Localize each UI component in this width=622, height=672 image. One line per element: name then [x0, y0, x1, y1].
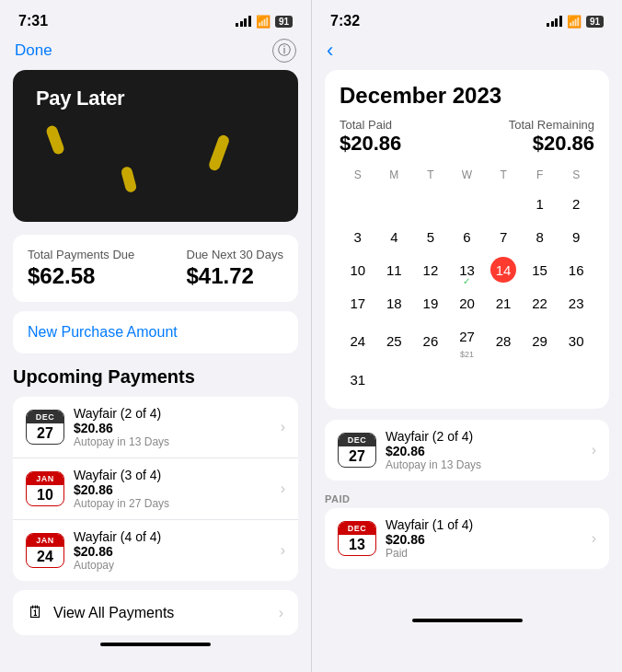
payment-name-right-paid: Wayfair (1 of 4) — [386, 517, 588, 532]
payment-item[interactable]: JAN 24 Wayfair (4 of 4) $20.86 Autopay › — [13, 520, 298, 581]
top-nav-left: Done ⓘ — [0, 33, 311, 70]
day-num-16: 12 — [418, 257, 443, 283]
battery-left: 91 — [275, 16, 293, 28]
right-panel: 7:32 📶 91 ‹ December 2023 Total Paid $20… — [311, 0, 622, 672]
payment-sub-0: Autopay in 13 Days — [74, 435, 277, 448]
cal-cell-14[interactable]: 10 — [340, 253, 376, 286]
cal-cell-37 — [412, 363, 449, 396]
status-bar-left: 7:31 📶 91 — [0, 0, 311, 33]
payment-amount-2: $20.86 — [74, 544, 277, 559]
wifi-icon-left: 📶 — [256, 15, 271, 29]
payment-details-right-paid: Wayfair (1 of 4) $20.86 Paid — [386, 517, 588, 560]
cal-cell-26[interactable]: 22 — [522, 286, 559, 319]
day-num-32: 28 — [490, 329, 516, 354]
cal-cell-24[interactable]: 20 — [449, 286, 486, 319]
cal-cell-19[interactable]: 15 — [522, 253, 559, 286]
home-indicator-right — [412, 619, 523, 622]
date-badge-right-paid: DEC 13 — [338, 521, 376, 556]
day-num-35: 31 — [345, 366, 371, 392]
cal-cell-31[interactable]: 27$21 — [449, 319, 486, 363]
day-num-9: 5 — [418, 224, 443, 249]
date-month-2: JAN — [27, 534, 63, 547]
cal-cell-10[interactable]: 6 — [449, 220, 486, 253]
day-num-21: 17 — [345, 290, 371, 316]
cal-cell-22[interactable]: 18 — [376, 286, 413, 319]
day-num-13: 9 — [563, 224, 589, 249]
info-button[interactable]: ⓘ — [272, 39, 296, 63]
day-num-10: 6 — [454, 224, 479, 249]
cal-cell-34[interactable]: 30 — [558, 319, 594, 363]
cal-cell-18[interactable]: 14 — [485, 253, 522, 286]
total-paid-label: Total Paid — [340, 118, 401, 132]
payments-row: Total Payments Due $62.58 Due Next 30 Da… — [28, 248, 283, 289]
cal-cell-28[interactable]: 24 — [340, 319, 376, 363]
cal-cell-12[interactable]: 8 — [522, 220, 559, 253]
cal-cell-25[interactable]: 21 — [485, 286, 522, 319]
chevron-icon-2: › — [281, 542, 285, 559]
right-upcoming-section: DEC 27 Wayfair (2 of 4) $20.86 Autopay i… — [325, 420, 609, 481]
cal-cell-17[interactable]: 13 — [449, 253, 486, 286]
total-remaining-label: Total Remaining — [509, 118, 594, 132]
date-badge-right-upcoming: DEC 27 — [338, 433, 376, 468]
pay-later-card: Pay Later — [13, 70, 298, 222]
home-indicator-left — [100, 643, 211, 646]
cal-cell-8[interactable]: 4 — [376, 220, 413, 253]
chevron-icon-right-paid: › — [592, 530, 596, 547]
cal-cell-5[interactable]: 1 — [522, 187, 559, 220]
day-num-27: 23 — [563, 290, 589, 316]
payment-sub-2: Autopay — [74, 559, 277, 572]
cal-cell-9[interactable]: 5 — [412, 220, 449, 253]
day-num-28: 24 — [345, 329, 371, 354]
pill-decoration-1 — [45, 124, 65, 156]
cal-cell-35[interactable]: 31 — [340, 363, 376, 396]
right-paid-card: DEC 13 Wayfair (1 of 4) $20.86 Paid › — [325, 508, 609, 569]
cal-cell-6[interactable]: 2 — [558, 187, 594, 220]
cal-cell-7[interactable]: 3 — [340, 220, 376, 253]
cal-cell-40 — [522, 363, 559, 396]
chevron-icon-0: › — [281, 419, 285, 435]
day-num-19: 15 — [527, 257, 553, 283]
cal-cell-29[interactable]: 25 — [376, 319, 413, 363]
right-paid-item[interactable]: DEC 13 Wayfair (1 of 4) $20.86 Paid › — [325, 508, 609, 569]
date-month-0: DEC — [27, 411, 63, 423]
cal-cell-23[interactable]: 19 — [412, 286, 449, 319]
payment-sub-right-paid: Paid — [386, 547, 588, 560]
total-remaining-col: Total Remaining $20.86 — [509, 118, 594, 156]
payment-amount-0: $20.86 — [74, 421, 277, 435]
date-day-1: 10 — [27, 485, 63, 505]
right-payment-item[interactable]: DEC 27 Wayfair (2 of 4) $20.86 Autopay i… — [325, 420, 609, 481]
due-next-amount: $41.72 — [187, 263, 254, 288]
back-button[interactable]: ‹ — [327, 39, 333, 62]
cal-day-name-5: F — [522, 167, 559, 183]
chevron-icon-right-upcoming: › — [592, 442, 596, 458]
upcoming-title: Upcoming Payments — [13, 366, 298, 388]
calendar-grid: SMTWTFS 12345678910111213141516171819202… — [340, 167, 594, 396]
day-num-22: 18 — [381, 290, 407, 316]
cal-cell-15[interactable]: 11 — [376, 253, 413, 286]
cal-cell-13[interactable]: 9 — [558, 220, 594, 253]
date-day-right-upcoming: 27 — [339, 446, 375, 467]
done-button[interactable]: Done — [15, 41, 52, 60]
new-purchase-section[interactable]: New Purchase Amount — [13, 311, 298, 353]
payment-item[interactable]: JAN 10 Wayfair (3 of 4) $20.86 Autopay i… — [13, 458, 298, 520]
chevron-icon-1: › — [281, 481, 285, 497]
cal-cell-33[interactable]: 29 — [522, 319, 559, 363]
cal-cell-30[interactable]: 26 — [412, 319, 449, 363]
cal-cell-0 — [340, 187, 376, 220]
upcoming-section: Upcoming Payments DEC 27 Wayfair (2 of 4… — [13, 366, 298, 581]
payment-item[interactable]: DEC 27 Wayfair (2 of 4) $20.86 Autopay i… — [13, 397, 298, 458]
cal-day-name-6: S — [558, 167, 594, 183]
cal-cell-21[interactable]: 17 — [340, 286, 376, 319]
payment-amount-1: $20.86 — [74, 482, 277, 497]
cal-cell-20[interactable]: 16 — [558, 253, 594, 286]
cal-cell-11[interactable]: 7 — [485, 220, 522, 253]
payment-details-2: Wayfair (4 of 4) $20.86 Autopay — [74, 529, 277, 572]
cal-cell-27[interactable]: 23 — [558, 286, 594, 319]
cal-cell-16[interactable]: 12 — [412, 253, 449, 286]
new-purchase-label[interactable]: New Purchase Amount — [28, 324, 178, 340]
wifi-icon-right: 📶 — [567, 15, 582, 29]
cal-cell-32[interactable]: 28 — [485, 319, 522, 363]
view-all-label: View All Payments — [53, 605, 275, 621]
payments-summary: Total Payments Due $62.58 Due Next 30 Da… — [13, 235, 298, 302]
view-all-section[interactable]: 🗓 View All Payments › — [13, 590, 298, 635]
